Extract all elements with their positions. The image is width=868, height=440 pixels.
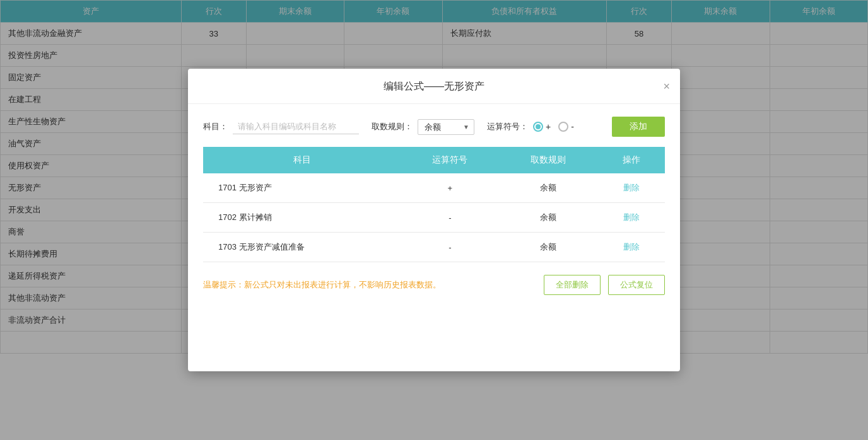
- radio-minus-label: -: [571, 122, 574, 132]
- modal-dialog: 编辑公式——无形资产 × 科目： 取数规则： 余额 借方发生额 贷方发生额 ▼: [188, 69, 680, 371]
- subject-input[interactable]: [233, 119, 359, 134]
- formula-operator-cell: -: [401, 203, 499, 233]
- formula-operator-cell: -: [401, 233, 499, 262]
- col-header-subject: 科目: [203, 147, 401, 173]
- col-header-rule: 取数规则: [499, 147, 597, 173]
- radio-plus-label: +: [546, 122, 551, 132]
- col-header-operator: 运算符号: [401, 147, 499, 173]
- radio-plus-item[interactable]: +: [533, 122, 551, 132]
- delete-row-button[interactable]: 删除: [623, 212, 640, 223]
- rule-select[interactable]: 余额 借方发生额 贷方发生额: [418, 119, 474, 135]
- subject-group: 科目：: [203, 119, 359, 134]
- formula-table-row: 1703 无形资产减值准备 - 余额 删除: [203, 233, 665, 262]
- reset-formula-button[interactable]: 公式复位: [608, 275, 665, 295]
- modal-header: 编辑公式——无形资产 ×: [188, 69, 680, 104]
- formula-table-row: 1701 无形资产 + 余额 删除: [203, 173, 665, 203]
- rule-select-container: 余额 借方发生额 贷方发生额 ▼: [418, 119, 474, 135]
- formula-action-cell: 删除: [598, 233, 665, 262]
- formula-subject-cell: 1702 累计摊销: [203, 203, 401, 233]
- rule-label: 取数规则：: [372, 121, 413, 132]
- delete-all-button[interactable]: 全部删除: [544, 275, 601, 295]
- modal-close-button[interactable]: ×: [663, 81, 670, 92]
- formula-table-wrap: 科目 运算符号 取数规则 操作 1701 无形资产 + 余额 删除 1702 累…: [203, 147, 665, 262]
- operator-radio-group: + -: [533, 122, 574, 132]
- formula-operator-cell: +: [401, 173, 499, 203]
- formula-rule-cell: 余额: [499, 203, 597, 233]
- formula-form: 科目： 取数规则： 余额 借方发生额 贷方发生额 ▼ 运算符号：: [188, 104, 680, 147]
- add-button[interactable]: 添加: [612, 117, 665, 137]
- formula-table-header-row: 科目 运算符号 取数规则 操作: [203, 147, 665, 173]
- formula-subject-cell: 1703 无形资产减值准备: [203, 233, 401, 262]
- radio-minus-item[interactable]: -: [558, 122, 574, 132]
- delete-row-button[interactable]: 删除: [623, 182, 640, 194]
- operator-group: 运算符号： + -: [487, 121, 574, 132]
- rule-group: 取数规则： 余额 借方发生额 贷方发生额 ▼: [372, 119, 474, 135]
- formula-subject-cell: 1701 无形资产: [203, 173, 401, 203]
- formula-rule-cell: 余额: [499, 233, 597, 262]
- col-header-action: 操作: [598, 147, 665, 173]
- formula-action-cell: 删除: [598, 173, 665, 203]
- formula-table-row: 1702 累计摊销 - 余额 删除: [203, 203, 665, 233]
- modal-overlay: 编辑公式——无形资产 × 科目： 取数规则： 余额 借方发生额 贷方发生额 ▼: [0, 0, 868, 440]
- formula-rule-cell: 余额: [499, 173, 597, 203]
- formula-action-cell: 删除: [598, 203, 665, 233]
- modal-footer: 温馨提示：新公式只对未出报表进行计算，不影响历史报表数据。 全部删除 公式复位: [188, 262, 680, 295]
- delete-row-button[interactable]: 删除: [623, 241, 640, 253]
- formula-table: 科目 运算符号 取数规则 操作 1701 无形资产 + 余额 删除 1702 累…: [203, 147, 665, 262]
- radio-minus-circle: [558, 122, 568, 132]
- radio-plus-circle: [533, 122, 543, 132]
- subject-label: 科目：: [203, 121, 228, 132]
- operator-label: 运算符号：: [487, 121, 528, 132]
- hint-text: 温馨提示：新公式只对未出报表进行计算，不影响历史报表数据。: [203, 279, 441, 291]
- footer-buttons: 全部删除 公式复位: [544, 275, 665, 295]
- modal-title: 编辑公式——无形资产: [384, 80, 484, 93]
